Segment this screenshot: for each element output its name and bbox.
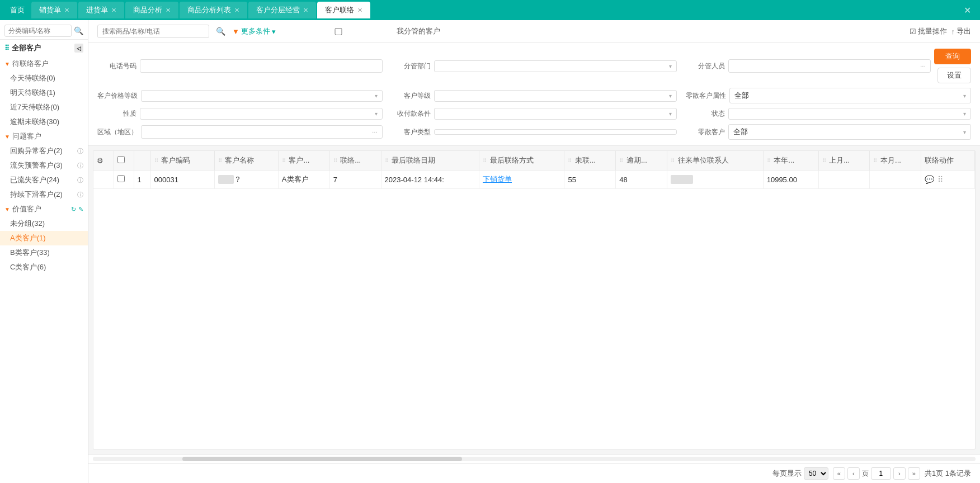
settings-gear-icon[interactable]: ⚙ bbox=[97, 157, 103, 165]
nav-tab-customer-contact[interactable]: 客户联络 ✕ bbox=[317, 2, 370, 18]
nav-tab-sales[interactable]: 销货单 ✕ bbox=[31, 2, 77, 18]
next-page-btn[interactable]: › bbox=[893, 467, 906, 480]
th-customer-name[interactable]: ⠿ 客户名称 bbox=[214, 151, 278, 171]
sidebar-item-type-b[interactable]: B类客户(33) bbox=[0, 245, 88, 260]
page-size-selector: 每页显示 50 bbox=[772, 467, 828, 480]
sidebar-pending-section[interactable]: ▼ 待联络客户 bbox=[0, 56, 88, 71]
first-page-btn[interactable]: « bbox=[833, 467, 845, 480]
prev-page-btn[interactable]: ‹ bbox=[847, 467, 860, 480]
close-sales-tab[interactable]: ✕ bbox=[64, 7, 69, 14]
value-arrow-icon: ▼ bbox=[4, 206, 10, 212]
dept-select[interactable]: ▾ bbox=[434, 60, 677, 72]
sidebar-item-unclassified[interactable]: 未分组(32) bbox=[0, 216, 88, 231]
row-actions: 💬 ⠿ bbox=[925, 175, 971, 184]
th-no-contact-days[interactable]: ⠿ 未联... bbox=[564, 151, 616, 171]
status-select[interactable]: ▾ bbox=[728, 108, 971, 120]
th-overdue-days[interactable]: ⠿ 逾期... bbox=[616, 151, 667, 171]
batch-operation-btn[interactable]: ☑ 批量操作 bbox=[910, 26, 947, 36]
sidebar-problem-section[interactable]: ▼ 问题客户 bbox=[0, 129, 88, 144]
scrollbar-thumb[interactable] bbox=[182, 457, 462, 461]
page-number-input[interactable] bbox=[871, 467, 891, 480]
td-last-contact-method[interactable]: 下销货单 bbox=[479, 171, 564, 189]
nav-home[interactable]: 首页 bbox=[4, 3, 30, 17]
settings-button[interactable]: 设置 bbox=[937, 68, 971, 83]
search-input[interactable] bbox=[97, 25, 209, 38]
retail-attr-select[interactable]: 全部 ▾ bbox=[729, 88, 971, 103]
th-last-contact-method[interactable]: ⠿ 最后联络方式 bbox=[479, 151, 564, 171]
td-checkbox[interactable] bbox=[114, 171, 134, 189]
close-purchase-tab[interactable]: ✕ bbox=[111, 7, 116, 14]
nature-arrow-icon: ▾ bbox=[375, 111, 378, 117]
sidebar-item-today-pending[interactable]: 今天待联络(0) bbox=[0, 71, 88, 86]
sidebar-item-7days-pending[interactable]: 近7天待联络(0) bbox=[0, 100, 88, 115]
filter-more-conditions[interactable]: ▼ 更多条件 ▾ bbox=[232, 26, 276, 36]
nav-tab-analysis-list[interactable]: 商品分析列表 ✕ bbox=[180, 2, 247, 18]
sidebar-item-churned[interactable]: 已流失客户(24) ⓘ bbox=[0, 173, 88, 187]
row-action-more-icon[interactable]: ⠿ bbox=[937, 175, 943, 184]
close-analysis-list-tab[interactable]: ✕ bbox=[234, 7, 239, 14]
sidebar-value-section[interactable]: ▼ 价值客户 ↻ ✎ bbox=[0, 202, 88, 216]
retail-customer-arrow-icon: ▾ bbox=[963, 129, 966, 135]
customer-name-text: ? bbox=[235, 175, 239, 183]
value-edit-icon[interactable]: ✎ bbox=[78, 206, 83, 213]
my-customers-filter[interactable]: 我分管的客户 bbox=[282, 26, 440, 36]
last-page-btn[interactable]: » bbox=[908, 467, 920, 480]
nav-tab-analysis[interactable]: 商品分析 ✕ bbox=[125, 2, 178, 18]
retail-customer-select[interactable]: 全部 ▾ bbox=[728, 124, 971, 140]
sidebar-value-actions: ↻ ✎ bbox=[71, 206, 83, 213]
sidebar-item-churn-warning[interactable]: 流失预警客户(3) ⓘ bbox=[0, 158, 88, 173]
total-records: 共1页 1条记录 bbox=[925, 468, 971, 479]
th-customer-type[interactable]: ⠿ 客户... bbox=[278, 151, 329, 171]
close-customer-tier-tab[interactable]: ✕ bbox=[303, 7, 308, 14]
retail-attr-label: 零散客户属性 bbox=[686, 91, 726, 101]
sidebar-item-declining[interactable]: 持续下滑客户(2) ⓘ bbox=[0, 187, 88, 202]
th-contact-count[interactable]: ⠿ 联络... bbox=[329, 151, 381, 171]
phone-input[interactable] bbox=[140, 59, 383, 73]
customer-level-select[interactable]: ▾ bbox=[434, 90, 677, 102]
sidebar-item-tomorrow-pending[interactable]: 明天待联络(1) bbox=[0, 86, 88, 100]
payment-filter-row: 收付款条件 ▾ bbox=[392, 108, 677, 120]
filter-search-icon[interactable]: 🔍 bbox=[216, 27, 225, 36]
nav-tab-purchase[interactable]: 进货单 ✕ bbox=[78, 2, 124, 18]
export-btn[interactable]: ↑ 导出 bbox=[951, 26, 972, 36]
row-checkbox[interactable] bbox=[117, 175, 125, 182]
last-contact-link[interactable]: 下销货单 bbox=[483, 175, 512, 183]
select-all-checkbox[interactable] bbox=[117, 156, 125, 163]
price-level-select[interactable]: ▾ bbox=[141, 90, 383, 102]
person-select[interactable]: ··· bbox=[728, 59, 931, 73]
nav-tab-customer-tier[interactable]: 客户分层经营 ✕ bbox=[248, 2, 316, 18]
sidebar-item-abnormal[interactable]: 回购异常客户(2) ⓘ bbox=[0, 144, 88, 158]
customer-type-label: 客户类型 bbox=[392, 127, 431, 137]
th-contact-person[interactable]: ⠿ 往来单位联系人 bbox=[667, 151, 764, 171]
sidebar-search-input[interactable] bbox=[4, 25, 72, 37]
my-customers-checkbox[interactable] bbox=[282, 28, 394, 35]
close-all-tabs[interactable]: ✕ bbox=[959, 3, 976, 18]
row-action-message-icon[interactable]: 💬 bbox=[925, 175, 934, 184]
value-refresh-icon[interactable]: ↻ bbox=[71, 206, 76, 213]
sidebar-collapse-btn[interactable]: ◁ bbox=[74, 44, 83, 53]
payment-select[interactable]: ▾ bbox=[434, 108, 677, 120]
th-this-month[interactable]: ⠿ 本月... bbox=[870, 151, 921, 171]
th-checkbox[interactable] bbox=[114, 151, 134, 171]
price-level-filter-row: 客户价格等级 ▾ bbox=[97, 88, 383, 103]
th-last-month[interactable]: ⠿ 上月... bbox=[818, 151, 870, 171]
close-analysis-tab[interactable]: ✕ bbox=[166, 7, 171, 14]
sidebar-item-overdue[interactable]: 逾期未联络(30) bbox=[0, 115, 88, 129]
area-select[interactable]: ··· bbox=[141, 125, 383, 139]
sidebar-item-type-c[interactable]: C类客户(6) bbox=[0, 260, 88, 274]
th-customer-code[interactable]: ⠿ 客户编码 bbox=[150, 151, 214, 171]
th-this-year[interactable]: ⠿ 本年... bbox=[763, 151, 818, 171]
churned-info-icon: ⓘ bbox=[77, 176, 83, 184]
close-customer-contact-tab[interactable]: ✕ bbox=[357, 7, 362, 14]
sidebar-search-icon[interactable]: 🔍 bbox=[74, 26, 83, 35]
dept-arrow-icon: ▾ bbox=[669, 63, 672, 69]
th-last-contact-date[interactable]: ⠿ 最后联络日期 bbox=[381, 151, 479, 171]
sidebar-all-customers[interactable]: ⠿ 全部客户 ◁ bbox=[0, 40, 88, 56]
customer-level-filter-row: 客户等级 ▾ bbox=[392, 88, 677, 103]
th-settings[interactable]: ⚙ bbox=[93, 151, 114, 171]
page-size-select[interactable]: 50 bbox=[804, 467, 828, 480]
nature-select[interactable]: ▾ bbox=[140, 108, 383, 120]
sidebar-item-type-a[interactable]: A类客户(1) bbox=[0, 231, 88, 245]
customer-type-select[interactable] bbox=[434, 129, 677, 135]
query-button[interactable]: 查询 bbox=[934, 49, 971, 64]
